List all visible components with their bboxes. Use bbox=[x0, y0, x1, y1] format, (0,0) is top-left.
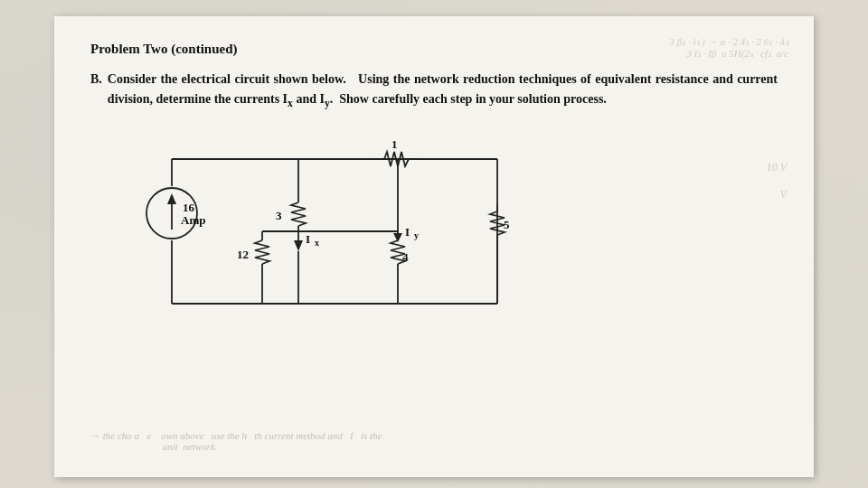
bg-equation-top: 3 β₁ · i₁ ) → α · 2 4₁ · 2 6₁ · 4₃ 3 I₁ … bbox=[670, 36, 788, 60]
circuit-diagram: .wire { stroke: #222; stroke-width: 1.8;… bbox=[118, 132, 515, 331]
bottom-faded-text: → the cho a e own above use the h th cur… bbox=[90, 430, 382, 452]
svg-text:I: I bbox=[306, 232, 310, 246]
section-text: Consider the electrical circuit shown be… bbox=[108, 70, 778, 112]
paper-sheet: 3 β₁ · i₁ ) → α · 2 4₁ · 2 6₁ · 4₃ 3 I₁ … bbox=[54, 16, 814, 477]
svg-text:Amp: Amp bbox=[181, 213, 205, 227]
circuit-svg: .wire { stroke: #222; stroke-width: 1.8;… bbox=[118, 132, 515, 331]
svg-text:4: 4 bbox=[402, 250, 409, 264]
svg-text:12: 12 bbox=[237, 248, 249, 261]
right-side-faded-text: 10 V V bbox=[767, 161, 787, 202]
svg-marker-7 bbox=[167, 193, 176, 204]
section-label-b: B. bbox=[90, 70, 102, 112]
svg-text:5: 5 bbox=[504, 218, 510, 231]
svg-text:16: 16 bbox=[183, 201, 195, 214]
svg-text:3: 3 bbox=[276, 209, 282, 222]
svg-text:I: I bbox=[405, 225, 410, 239]
svg-marker-22 bbox=[294, 240, 303, 251]
svg-text:1: 1 bbox=[392, 137, 398, 151]
problem-body: B. Consider the electrical circuit shown… bbox=[90, 70, 778, 112]
svg-text:x: x bbox=[315, 238, 319, 248]
svg-text:y: y bbox=[414, 230, 419, 240]
